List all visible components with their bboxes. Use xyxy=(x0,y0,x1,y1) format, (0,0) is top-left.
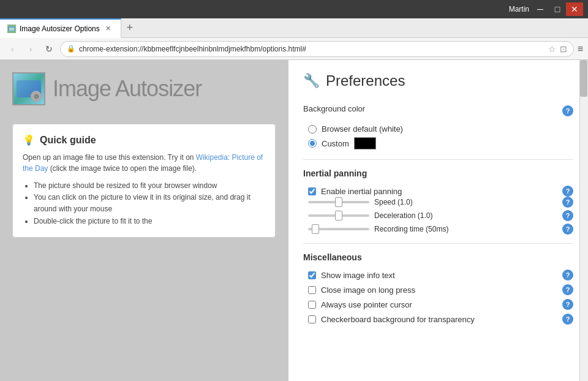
tab-icon xyxy=(7,25,16,33)
scrollbar-thumb[interactable] xyxy=(580,60,587,97)
reload-button[interactable]: ↻ xyxy=(42,42,56,56)
bg-color-help-icon[interactable]: ? xyxy=(562,105,573,116)
quick-guide-list: The picture should be resized to fit you… xyxy=(23,180,265,227)
list-item: You can click on the picture to view it … xyxy=(34,192,265,215)
bg-color-label: Background color xyxy=(303,104,365,113)
recording-help-icon[interactable]: ? xyxy=(562,224,573,235)
tab-close-button[interactable]: ✕ xyxy=(104,24,113,34)
color-swatch[interactable] xyxy=(354,137,376,149)
close-on-press-checkbox[interactable] xyxy=(308,286,316,294)
addressbar: ‹ › ↻ 🔒 chrome-extension://kbbmeeflfcjnb… xyxy=(0,38,588,60)
list-item: The picture should be resized to fit you… xyxy=(34,180,265,192)
always-pointer-item: Always use pointer cursor ? xyxy=(308,299,573,310)
app-header: ⚙ Image Autosizer xyxy=(12,72,276,105)
recording-slider-track xyxy=(308,228,369,230)
deceleration-slider-label: Deceleration (1.0) xyxy=(374,211,432,220)
show-image-info-label: Show image info text xyxy=(321,271,395,280)
inertial-panning-title: Inertial panning xyxy=(303,168,573,178)
titlebar-username: Martin xyxy=(509,5,529,13)
close-on-press-help-icon[interactable]: ? xyxy=(562,284,573,295)
always-pointer-checkbox[interactable] xyxy=(308,301,316,309)
preferences-title: 🔧 Preferences xyxy=(303,72,573,89)
preferences-panel: 🔧 Preferences Background color ? Browser… xyxy=(288,60,588,381)
checkerboard-checkbox[interactable] xyxy=(308,315,316,323)
recording-slider-thumb[interactable] xyxy=(312,224,319,234)
enable-panning-left: Enable inertial panning xyxy=(308,187,402,196)
radio-default-label: Browser default (white) xyxy=(322,124,403,134)
bookmark-icon[interactable]: ☆ xyxy=(548,44,556,54)
speed-slider-track xyxy=(308,201,369,203)
url-bar[interactable]: 🔒 chrome-extension://kbbmeeflfcjnbeelhin… xyxy=(60,41,574,57)
radio-item-custom: Custom xyxy=(308,137,573,149)
scrollbar-track xyxy=(579,60,588,381)
speed-slider-item: Speed (1.0) ? xyxy=(308,197,573,208)
checkerboard-label: Checkerboard background for transparency xyxy=(321,315,475,324)
back-button[interactable]: ‹ xyxy=(5,42,20,56)
forward-button[interactable]: › xyxy=(23,42,38,56)
misc-group: Show image info text ? Close image on lo… xyxy=(308,270,573,325)
radio-custom[interactable] xyxy=(308,139,317,148)
extension-icon[interactable]: ⊡ xyxy=(560,44,567,54)
speed-slider-label: Speed (1.0) xyxy=(374,198,413,206)
tabbar: Image Autosizer Options ✕ + xyxy=(0,18,588,38)
tab-title: Image Autosizer Options xyxy=(20,25,100,33)
quick-guide-title: 💡 Quick guide xyxy=(23,134,265,146)
always-pointer-help-icon[interactable]: ? xyxy=(562,299,573,310)
bg-color-radio-group: Browser default (white) Custom xyxy=(308,124,573,149)
checkerboard-left: Checkerboard background for transparency xyxy=(308,315,475,324)
close-on-press-left: Close image on long press xyxy=(308,285,415,295)
app-title: Image Autosizer xyxy=(53,76,202,102)
main-content: ⚙ Image Autosizer 💡 Quick guide Open up … xyxy=(0,60,588,381)
quick-guide-text: Open up an image file to use this extens… xyxy=(23,152,265,174)
bulb-icon: 💡 xyxy=(23,134,35,146)
quick-guide-box: 💡 Quick guide Open up an image file to u… xyxy=(12,124,276,238)
wikipedia-link[interactable]: Wikipedia: Picture of the Day xyxy=(23,153,263,173)
always-pointer-left: Always use pointer cursor xyxy=(308,300,412,309)
list-item: Double-click the picture to fit it to th… xyxy=(34,216,265,227)
radio-custom-label: Custom xyxy=(322,139,349,148)
checkerboard-help-icon[interactable]: ? xyxy=(562,314,573,325)
recording-slider-item: Recording time (50ms) ? xyxy=(308,224,573,235)
recording-slider-wrap xyxy=(308,224,369,234)
new-tab-button[interactable]: + xyxy=(121,18,138,37)
app-logo: ⚙ xyxy=(12,72,45,105)
slider-group: Speed (1.0) ? Deceleration (1.0) ? xyxy=(308,197,573,235)
wrench-icon: 🔧 xyxy=(303,73,320,89)
deceleration-help-icon[interactable]: ? xyxy=(562,210,573,221)
maximize-button[interactable]: □ xyxy=(549,2,566,16)
misc-title: Miscellaneous xyxy=(303,252,573,262)
enable-panning-help-icon[interactable]: ? xyxy=(562,186,573,197)
inertial-panning-group: Enable inertial panning ? xyxy=(308,186,573,197)
url-lock-icon: 🔒 xyxy=(67,45,75,53)
divider-2 xyxy=(303,243,573,244)
show-image-info-item: Show image info text ? xyxy=(308,270,573,281)
speed-slider-wrap xyxy=(308,197,369,207)
titlebar: Martin ─ □ ✕ xyxy=(0,0,588,18)
url-text: chrome-extension://kbbmeeflfcjnbeelhinbn… xyxy=(79,45,545,53)
radio-browser-default[interactable] xyxy=(308,125,317,134)
enable-panning-label: Enable inertial panning xyxy=(321,187,402,196)
enable-panning-checkbox[interactable] xyxy=(308,187,316,195)
deceleration-slider-track xyxy=(308,214,369,217)
deceleration-slider-wrap xyxy=(308,211,369,221)
checkerboard-item: Checkerboard background for transparency… xyxy=(308,314,573,325)
close-button[interactable]: ✕ xyxy=(566,2,583,16)
radio-item-default: Browser default (white) xyxy=(308,124,573,134)
speed-help-icon[interactable]: ? xyxy=(562,197,573,208)
deceleration-slider-thumb[interactable] xyxy=(335,211,342,221)
enable-panning-item: Enable inertial panning ? xyxy=(308,186,573,197)
bg-color-section-header: Background color ? xyxy=(303,102,573,119)
menu-button[interactable]: ≡ xyxy=(578,43,583,55)
divider-1 xyxy=(303,159,573,160)
logo-gear-icon: ⚙ xyxy=(31,91,42,102)
show-image-info-help-icon[interactable]: ? xyxy=(562,270,573,281)
recording-slider-label: Recording time (50ms) xyxy=(374,225,448,233)
close-on-press-label: Close image on long press xyxy=(321,285,415,295)
always-pointer-label: Always use pointer cursor xyxy=(321,300,412,309)
active-tab[interactable]: Image Autosizer Options ✕ xyxy=(0,18,121,38)
deceleration-slider-item: Deceleration (1.0) ? xyxy=(308,210,573,221)
close-on-press-item: Close image on long press ? xyxy=(308,284,573,295)
show-image-info-checkbox[interactable] xyxy=(308,271,316,279)
speed-slider-thumb[interactable] xyxy=(335,197,342,207)
minimize-button[interactable]: ─ xyxy=(532,2,549,16)
